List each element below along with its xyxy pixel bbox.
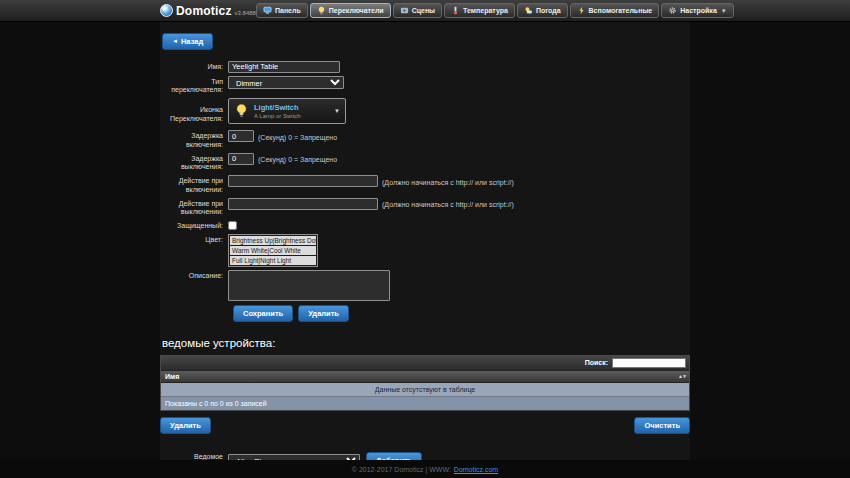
sort-icon: ▲▼ — [678, 373, 686, 379]
main-nav: Панель Переключатели Сцены — [256, 3, 734, 18]
tab-utility[interactable]: Вспомогательные — [570, 3, 660, 18]
logo-text: Domoticz — [176, 4, 232, 18]
slave-devices-title: ведомые устройства: — [162, 337, 690, 349]
domoticz-link[interactable]: Domoticz.com — [454, 466, 498, 473]
color-listbox: Brightness Up|Brightness Down Warm White… — [228, 234, 318, 267]
tab-dashboard[interactable]: Панель — [256, 3, 308, 18]
tab-label: Настройка — [680, 7, 717, 14]
domoticz-logo-icon — [160, 4, 173, 17]
top-bar: Domoticz v3.8488 Панель Переключатели — [0, 0, 850, 22]
switch-type-select[interactable]: Dimmer — [228, 76, 344, 89]
color-option[interactable]: Brightness Up|Brightness Down — [230, 236, 316, 245]
back-button[interactable]: ◄ Назад — [162, 33, 213, 50]
tab-scenes[interactable]: Сцены — [393, 3, 442, 18]
switch-icon-dropdown[interactable]: Light/Switch A Lamp or Switch ▼ — [228, 98, 346, 124]
chevron-down-icon: ▼ — [334, 108, 340, 114]
tab-weather[interactable]: Погода — [517, 3, 568, 18]
on-action-input[interactable] — [228, 175, 378, 187]
tab-setup[interactable]: Настройка ▼ — [661, 3, 733, 18]
weather-icon — [524, 6, 533, 15]
copyright-text: © 2012-2017 Domoticz | WWW: — [352, 466, 451, 473]
search-label: Поиск: — [585, 359, 608, 366]
delete-button[interactable]: Удалить — [298, 305, 349, 322]
tab-temperature[interactable]: Температура — [444, 3, 515, 18]
table-toolbar: Поиск: — [161, 356, 689, 371]
footer: © 2012-2017 Domoticz | WWW: Domoticz.com — [0, 460, 850, 478]
save-button[interactable]: Сохранить — [233, 305, 293, 322]
switch-type-label: Тип переключателя: — [160, 76, 228, 96]
lightbulb-icon — [234, 103, 249, 119]
slave-devices-table: Поиск: Имя ▲▼ Данные отсутствуют в табли… — [160, 355, 690, 411]
action-hint: (Должно начинаться с http:// или script:… — [382, 177, 514, 186]
color-option[interactable]: Full Light|Night Light — [230, 256, 316, 265]
utility-icon — [577, 6, 586, 15]
chevron-down-icon: ▼ — [721, 8, 727, 14]
version-label: v3.8488 — [235, 10, 256, 16]
column-header-name[interactable]: Имя ▲▼ — [161, 371, 689, 383]
description-textarea[interactable] — [228, 270, 390, 301]
off-action-input[interactable] — [228, 198, 378, 210]
slave-delete-button[interactable]: Удалить — [160, 417, 211, 434]
color-option[interactable]: Warm White|Cool White — [230, 246, 316, 255]
domoticz-logo[interactable]: Domoticz v3.8488 — [160, 4, 256, 18]
content-area: ◄ Назад Имя: Тип переключателя: Dimmer И… — [160, 22, 690, 470]
lightbulb-icon — [317, 6, 326, 15]
thermometer-icon — [451, 6, 460, 15]
back-arrow-icon: ◄ — [172, 38, 178, 44]
on-delay-label: Задержка включения: — [160, 130, 228, 150]
on-delay-input[interactable] — [228, 130, 254, 142]
clear-button[interactable]: Очистить — [634, 417, 690, 434]
tab-label: Переключатели — [329, 7, 384, 14]
scenes-icon — [400, 6, 409, 15]
tab-label: Сцены — [412, 7, 435, 14]
on-action-label: Действие при включении: — [160, 175, 228, 195]
color-label: Цвет: — [160, 234, 228, 245]
switch-icon-label: Иконка Переключателя: — [160, 98, 228, 124]
tab-switches[interactable]: Переключатели — [310, 3, 391, 18]
table-info-row: Показаны с 0 по 0 из 0 записей — [161, 397, 689, 410]
back-button-label: Назад — [181, 37, 203, 46]
off-delay-label: Задержка выключения: — [160, 153, 228, 173]
description-label: Описание: — [160, 270, 228, 281]
off-delay-input[interactable] — [228, 153, 254, 165]
icon-title: Light/Switch — [254, 103, 329, 112]
action-hint: (Должно начинаться с http:// или script:… — [382, 199, 514, 208]
name-label: Имя: — [160, 61, 228, 72]
gear-icon — [668, 6, 677, 15]
tab-label: Панель — [275, 7, 301, 14]
tab-label: Погода — [536, 7, 561, 14]
table-empty-row: Данные отсутствуют в таблице — [161, 383, 689, 397]
dashboard-icon — [263, 6, 272, 15]
tab-label: Вспомогательные — [589, 7, 653, 14]
protected-checkbox[interactable] — [228, 221, 237, 230]
off-action-label: Действие при выключении: — [160, 198, 228, 218]
tab-label: Температура — [463, 7, 508, 14]
column-header-label: Имя — [165, 373, 179, 380]
name-input[interactable] — [228, 61, 340, 73]
delay-hint: (Секунд) 0 = Запрещено — [258, 132, 337, 141]
icon-subtitle: A Lamp or Switch — [254, 113, 329, 119]
delay-hint: (Секунд) 0 = Запрещено — [258, 154, 337, 163]
protected-label: Защищенный: — [160, 220, 228, 231]
search-input[interactable] — [612, 358, 686, 368]
